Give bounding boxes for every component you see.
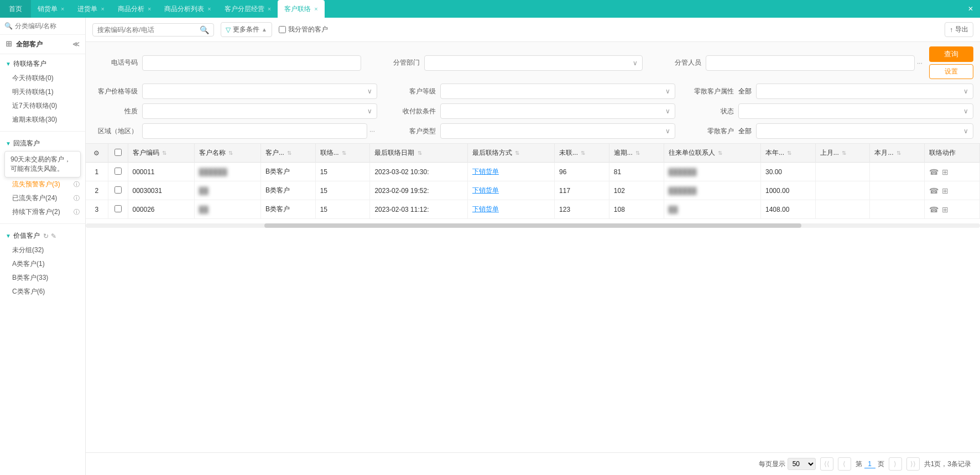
sidebar-item-today[interactable]: 今天待联络(0) [0,71,85,85]
filter-area-select[interactable] [142,123,367,139]
filter-dept-select[interactable]: ∨ [424,55,643,71]
sidebar-group-pending-header[interactable]: ▼ 待联络客户 [0,56,85,71]
pagination-first-btn[interactable]: ⟨⟨ [820,457,833,471]
sidebar-item-tomorrow[interactable]: 明天待联络(1) [0,85,85,99]
filter-search-input[interactable] [97,26,200,34]
my-customers-check[interactable] [279,26,286,33]
area-ellipsis[interactable]: ··· [367,127,377,135]
filter-price-tier-select[interactable]: ∨ [142,83,377,99]
pagination-next-btn[interactable]: ⟩ [889,457,902,471]
retail-attr-value: 全部 [738,87,752,96]
action-grid-icon-3[interactable]: ⊞ [942,205,948,214]
table-settings-icon[interactable]: ⚙ [93,149,100,157]
last-month-sort-icon[interactable]: ⇅ [842,150,846,156]
th-type: 客户... ⇅ [260,144,315,163]
this-month-sort-icon[interactable]: ⇅ [896,150,901,156]
sidebar-item-ungrouped[interactable]: 未分组(32) [0,243,85,257]
overdue-sort-icon[interactable]: ⇅ [635,150,640,156]
action-phone-icon-2[interactable]: ☎ [929,186,939,195]
manager-ellipsis[interactable]: ··· [915,59,925,67]
sidebar-group-value: ▼ 价值客户 ↻ ✎ 未分组(32) A类客户(1) B类客户(33) C类客户… [0,226,85,301]
tab-goods-analysis-list-close[interactable]: × [207,6,211,12]
scrollbar-thumb[interactable] [264,223,801,228]
no-contact-sort-icon[interactable]: ⇅ [581,150,585,156]
type-sort-icon[interactable]: ⇅ [287,150,291,156]
tab-customer-contact[interactable]: 客户联络 × [278,0,324,18]
tab-goods-analysis-list[interactable]: 商品分析列表 × [158,0,217,18]
action-phone-icon-1[interactable]: ☎ [929,168,939,176]
scrollbar-track[interactable] [86,223,980,228]
filter-phone-input[interactable] [142,55,361,71]
pagination-last-btn[interactable]: ⟩⟩ [906,457,920,471]
value-group-refresh-icon[interactable]: ↻ [43,232,49,240]
td-this-month-2 [870,181,925,200]
sidebar-item-c-class[interactable]: C类客户(6) [0,285,85,299]
tab-customer-tier-close[interactable]: × [268,6,271,12]
filter-retail-attr-select[interactable]: ∨ [756,83,973,99]
tab-sales-close[interactable]: × [61,6,64,12]
last-method-link-1[interactable]: 下销货单 [472,168,499,175]
tab-goods-analysis[interactable]: 商品分析 × [111,0,158,18]
filter-retail-customer-select[interactable]: ∨ [756,123,973,139]
sidebar-collapse-icon[interactable]: ≪ [72,40,80,48]
tab-customer-tier[interactable]: 客户分层经营 × [218,0,278,18]
unit-contact-sort-icon[interactable]: ⇅ [718,150,722,156]
sidebar-group-value-header[interactable]: ▼ 价值客户 ↻ ✎ [0,228,85,243]
row1-checkbox[interactable] [114,168,122,175]
pagination-total-info: 共1页，3条记录 [924,460,971,469]
settings-button[interactable]: 设置 [929,64,973,79]
action-grid-icon-2[interactable]: ⊞ [942,186,948,195]
window-close-button[interactable]: ✕ [968,5,980,13]
filter-status-select[interactable]: ∨ [738,103,973,119]
sidebar-item-declining[interactable]: 持续下滑客户(2) ⓘ [0,205,85,219]
value-group-edit-icon[interactable]: ✎ [51,232,56,240]
pagination-prev-btn[interactable]: ⟨ [838,457,851,471]
td-code-2: 00030031 [128,181,194,200]
filter-more-conditions[interactable]: ▽ 更多条件 ▲ [221,22,272,37]
tab-home[interactable]: 首页 [0,0,31,18]
th-last-date: 最后联络日期 ⇅ [370,144,468,163]
sidebar-search-input[interactable] [15,22,81,30]
sidebar-item-7days[interactable]: 近7天待联络(0) [0,99,85,113]
filter-customer-type-select[interactable]: ∨ [440,123,675,139]
code-sort-icon[interactable]: ⇅ [162,150,166,156]
query-button[interactable]: 查询 [929,46,973,62]
name-sort-icon[interactable]: ⇅ [228,150,233,156]
sidebar-item-already-churned[interactable]: 已流失客户(24) ⓘ [0,191,85,205]
filter-customer-tier-select[interactable]: ∨ [440,83,675,99]
filter-nature-select[interactable]: ∨ [142,103,377,119]
tab-customer-contact-close[interactable]: × [314,6,317,12]
last-method-link-2[interactable]: 下销货单 [472,186,499,194]
sidebar-all-customers[interactable]: ⊞ 全部客户 ≪ [0,35,85,54]
filter-my-customers-checkbox[interactable]: 我分管的客户 [279,25,328,34]
td-action-1: ☎ ⊞ [925,163,980,181]
sidebar-item-overdue[interactable]: 逾期未联络(30) [0,113,85,127]
filter-search-icon[interactable]: 🔍 [200,25,209,34]
action-phone-icon-3[interactable]: ☎ [929,205,939,214]
sidebar-group-churning-header[interactable]: ▼ 回流客户 [0,136,85,151]
tab-sales[interactable]: 销货单 × [31,0,71,18]
action-grid-icon-1[interactable]: ⊞ [942,168,948,176]
this-year-sort-icon[interactable]: ⇅ [787,150,791,156]
tab-goods-analysis-close[interactable]: × [148,6,151,12]
select-all-checkbox[interactable] [114,149,122,156]
export-button[interactable]: ↑ 导出 [945,22,973,37]
row3-checkbox[interactable] [114,205,122,212]
sidebar-item-churn-warning[interactable]: 流失预警客户(3) ⓘ [0,178,85,191]
per-page-select[interactable]: 50 100 200 [788,458,816,470]
filter-field-area: 区域（地区） ··· [92,123,377,139]
last-method-link-3[interactable]: 下销货单 [472,205,499,213]
tab-purchase-close[interactable]: × [101,6,104,12]
filter-manager-select[interactable] [706,55,915,71]
row2-checkbox[interactable] [114,186,122,194]
contact-sort-icon[interactable]: ⇅ [342,150,346,156]
last-method-sort-icon[interactable]: ⇅ [515,150,519,156]
last-date-sort-icon[interactable]: ⇅ [418,150,422,156]
sidebar-item-a-class[interactable]: A类客户(1) [0,257,85,271]
retail-customer-value: 全部 [738,127,752,136]
filter-payment-select[interactable]: ∨ [440,103,675,119]
td-code-1: 000011 [128,163,194,181]
sidebar-item-b-class[interactable]: B类客户(33) [0,271,85,285]
tab-purchase[interactable]: 进货单 × [71,0,111,18]
td-last-date-1: 2023-03-02 10:30: [370,163,468,181]
